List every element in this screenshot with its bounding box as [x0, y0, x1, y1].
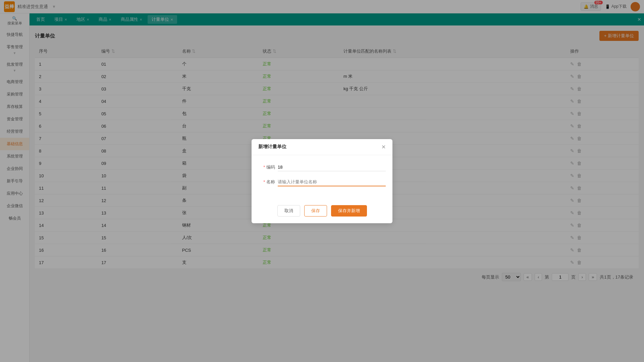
modal-header: 新增计量单位 ✕	[252, 139, 392, 155]
save-and-new-button[interactable]: 保存并新增	[331, 205, 367, 217]
form-row-code: 编码	[258, 163, 386, 171]
modal-close-button[interactable]: ✕	[381, 144, 386, 150]
name-label: 名称	[258, 179, 275, 185]
modal-footer: 取消 保存 保存并新增	[252, 201, 392, 223]
code-label: 编码	[258, 164, 275, 170]
modal-body: 编码 名称	[252, 155, 392, 201]
name-input[interactable]	[278, 178, 386, 186]
cancel-button[interactable]: 取消	[277, 205, 300, 217]
add-measure-unit-modal: 新增计量单位 ✕ 编码 名称 取消 保存 保存并新增	[252, 139, 392, 223]
code-input[interactable]	[278, 163, 386, 171]
form-row-name: 名称	[258, 178, 386, 186]
save-button[interactable]: 保存	[304, 205, 327, 217]
modal-title: 新增计量单位	[258, 144, 286, 150]
modal-overlay[interactable]: 新增计量单位 ✕ 编码 名称 取消 保存 保存并新增	[0, 0, 644, 362]
